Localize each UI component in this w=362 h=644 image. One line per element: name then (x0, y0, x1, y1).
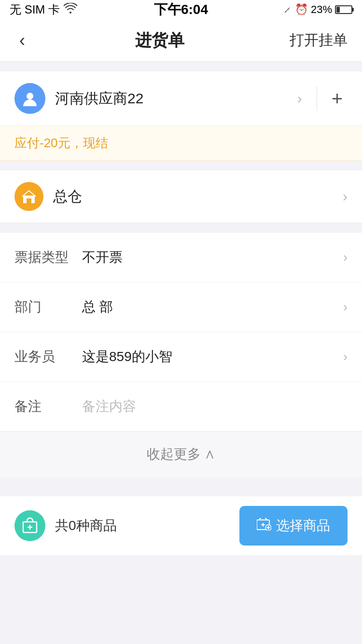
warehouse-row[interactable]: 总仓 › (0, 170, 362, 223)
product-count-label: 共0种商品 (55, 517, 239, 535)
warehouse-section: 总仓 › (0, 170, 362, 223)
collapse-bar[interactable]: 收起更多 ∧ (0, 431, 362, 477)
salesperson-value: 这是859的小智 (82, 348, 338, 366)
status-time: 下午6:04 (154, 0, 208, 19)
product-bar: 共0种商品 选择商品 (0, 496, 362, 555)
warehouse-icon (14, 182, 43, 211)
department-chevron-icon: › (343, 299, 348, 315)
select-product-icon (257, 518, 271, 534)
battery-pct: 23% (311, 3, 332, 16)
invoice-type-row[interactable]: 票据类型 不开票 › (0, 233, 362, 282)
gap-1 (0, 62, 362, 71)
warehouse-name: 总仓 (53, 187, 343, 207)
supplier-row[interactable]: 河南供应商22 › + (0, 71, 362, 126)
info-banner: 应付-20元，现结 (0, 126, 362, 161)
status-bar: 无 SIM 卡 下午6:04 ⟋ ⏰ 23% (0, 0, 362, 19)
nav-bar: ‹ 进货单 打开挂单 (0, 19, 362, 62)
back-button[interactable]: ‹ (14, 26, 30, 56)
add-supplier-button[interactable]: + (327, 88, 348, 110)
department-row[interactable]: 部门 总 部 › (0, 282, 362, 332)
open-pending-button[interactable]: 打开挂单 (290, 30, 348, 50)
page-background (0, 555, 362, 644)
gap-2 (0, 161, 362, 170)
department-label: 部门 (14, 298, 77, 316)
gap-3 (0, 223, 362, 233)
divider (317, 86, 317, 111)
location-icon: ⟋ (282, 4, 292, 15)
remark-row[interactable]: 备注 备注内容 (0, 382, 362, 431)
svg-rect-2 (27, 198, 31, 203)
invoice-type-value: 不开票 (82, 248, 338, 266)
warehouse-chevron-icon: › (343, 188, 348, 205)
supplier-section: 河南供应商22 › + 应付-20元，现结 (0, 71, 362, 161)
battery-icon (335, 5, 352, 14)
supplier-name: 河南供应商22 (55, 89, 297, 109)
supplier-chevron-icon: › (297, 90, 302, 107)
invoice-type-chevron-icon: › (343, 250, 348, 265)
supplier-avatar (14, 83, 45, 114)
salesperson-label: 业务员 (14, 348, 77, 366)
status-right: ⟋ ⏰ 23% (282, 3, 352, 16)
status-left: 无 SIM 卡 (10, 2, 77, 17)
page-title: 进货单 (135, 29, 184, 52)
salesperson-row[interactable]: 业务员 这是859的小智 › (0, 332, 362, 382)
remark-input[interactable]: 备注内容 (82, 397, 348, 416)
gap-4 (0, 477, 362, 487)
form-section: 票据类型 不开票 › 部门 总 部 › 业务员 这是859的小智 › 备注 备注… (0, 233, 362, 431)
alarm-icon: ⏰ (295, 3, 308, 16)
invoice-type-label: 票据类型 (14, 248, 77, 266)
department-value: 总 部 (82, 298, 338, 316)
select-product-button[interactable]: 选择商品 (239, 506, 348, 546)
wifi-icon (64, 3, 77, 16)
carrier-label: 无 SIM 卡 (10, 2, 60, 17)
salesperson-chevron-icon: › (343, 349, 348, 364)
svg-point-0 (27, 93, 33, 99)
remark-label: 备注 (14, 397, 77, 416)
product-icon (14, 510, 45, 541)
select-product-label: 选择商品 (276, 517, 330, 535)
